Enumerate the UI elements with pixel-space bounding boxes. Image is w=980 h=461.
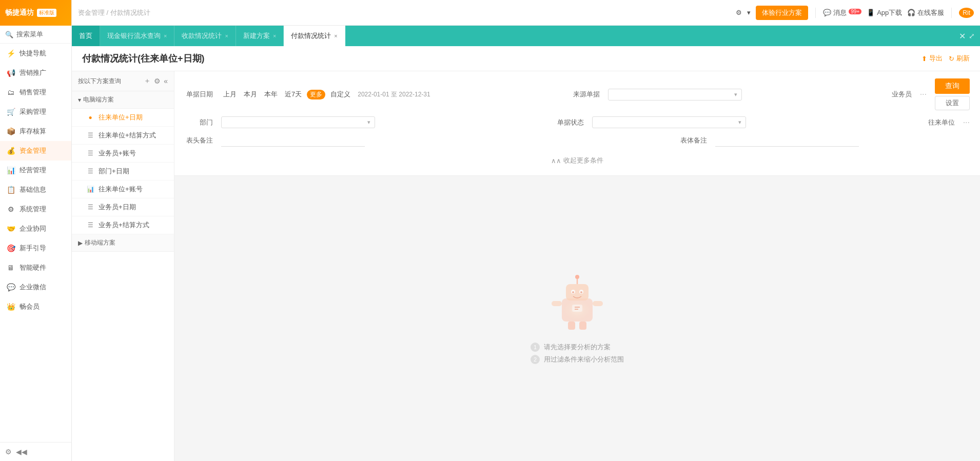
sidebar-header: 畅捷通坊 标准版 (0, 0, 71, 26)
tab-payment[interactable]: 付款情况统计 × (284, 26, 345, 46)
export-button[interactable]: ⬆ 导出 (922, 54, 943, 63)
svg-point-4 (572, 291, 574, 293)
sidebar-item-purchase[interactable]: 🛒 采购管理 (0, 102, 71, 122)
page-title: 付款情况统计(往来单位+日期) (82, 52, 205, 65)
scheme-staff-settle[interactable]: ☰ 业务员+结算方式 (72, 216, 174, 234)
mobile-group-toggle[interactable]: ▶ 移动端方案 (72, 234, 174, 252)
collapse-filter-button[interactable]: ∧∧ 收起更多条件 (185, 153, 970, 168)
notification-badge: 99+ (849, 9, 861, 14)
hint-number-2: 2 (531, 355, 540, 364)
query-button[interactable]: 查询 (935, 78, 970, 94)
svg-point-5 (580, 291, 582, 293)
dropdown-button[interactable]: ▾ (747, 9, 751, 16)
tab-new-scheme[interactable]: 新建方案 × (236, 26, 284, 46)
custom-date-btn[interactable]: 自定义 (328, 89, 352, 100)
settings-button-filter[interactable]: 设置 (935, 96, 970, 110)
refresh-button[interactable]: ↻ 刷新 (949, 54, 970, 63)
app-download-button[interactable]: 📱 App下载 (867, 8, 902, 17)
last-7days-btn[interactable]: 近7天 (283, 89, 304, 100)
sidebar-collapse-button[interactable]: ◀◀ (16, 448, 27, 456)
doc-status-arrow-icon: ▾ (738, 119, 741, 126)
scheme-icon: ☰ (86, 221, 94, 229)
scheme-label: 往来单位+结算方式 (99, 131, 156, 140)
left-panel: 按以下方案查询 ＋ ⚙ « ▾ 电脑端方案 ● 往来单位+日期 ☰ (72, 71, 174, 461)
notification-icon: 💬 (823, 9, 831, 16)
add-scheme-button[interactable]: ＋ (144, 76, 151, 86)
search-icon: 🔍 (5, 31, 13, 38)
sidebar-item-sales[interactable]: 🗂 销售管理 (0, 83, 71, 102)
sidebar-settings-button[interactable]: ⚙ (5, 448, 12, 456)
sidebar-item-guide[interactable]: 🎯 新手引导 (0, 238, 71, 258)
sidebar-item-operations[interactable]: 📊 经营管理 (0, 161, 71, 180)
header-note-input[interactable] (221, 134, 365, 147)
svg-rect-8 (552, 301, 562, 306)
sidebar-item-inventory[interactable]: 📦 库存核算 (0, 122, 71, 141)
partner-filter-dots[interactable]: ··· (963, 118, 970, 127)
sidebar-item-system[interactable]: ⚙ 系统管理 (0, 199, 71, 219)
filter-row-1: 单据日期 上月 本月 本年 近7天 更多 自定义 2022-01-01 至 20… (185, 78, 970, 110)
scheme-dept-date[interactable]: ☰ 部门+日期 (72, 163, 174, 181)
sales-icon: 🗂 (6, 88, 15, 97)
scheme-label: 往来单位+账号 (99, 185, 143, 194)
sidebar-item-label: 新手引导 (19, 244, 46, 253)
svg-rect-12 (572, 305, 582, 312)
settings-button[interactable]: ⚙ (736, 9, 742, 16)
tab-collection[interactable]: 收款情况统计 × (174, 26, 236, 46)
sidebar-item-weixin[interactable]: 💬 企业微信 (0, 277, 71, 297)
bank-tab-close[interactable]: × (164, 33, 167, 39)
dept-select[interactable]: ▾ (221, 116, 375, 128)
home-tab-label: 首页 (79, 31, 92, 41)
payment-tab-close[interactable]: × (334, 33, 337, 39)
this-month-btn[interactable]: 本月 (242, 89, 259, 100)
quick-nav-icon: ⚡ (6, 49, 15, 58)
staff-filter-dots[interactable]: ··· (920, 90, 927, 99)
scheme-icon: ☰ (86, 203, 94, 211)
sidebar-item-label: 智能硬件 (19, 263, 46, 272)
more-date-btn[interactable]: 更多 (307, 90, 325, 99)
member-icon: 👑 (6, 302, 15, 311)
sidebar-item-enterprise[interactable]: 🤝 企业协同 (0, 219, 71, 238)
trial-button[interactable]: 体验行业方案 (756, 6, 808, 20)
sidebar-item-finance[interactable]: 💰 资金管理 (0, 141, 71, 161)
sidebar-footer: ⚙ ◀◀ (0, 442, 71, 461)
collection-tab-close[interactable]: × (225, 33, 228, 39)
scheme-unit-settle[interactable]: ☰ 往来单位+结算方式 (72, 127, 174, 145)
user-avatar-button[interactable]: Rit (959, 8, 974, 18)
scheme-unit-date[interactable]: ● 往来单位+日期 (72, 109, 174, 127)
doc-status-select[interactable]: ▾ (592, 116, 746, 128)
notification-button[interactable]: 💬 消息 99+ (823, 8, 861, 17)
sidebar-item-member[interactable]: 👑 畅会员 (0, 297, 71, 316)
this-year-btn[interactable]: 本年 (262, 89, 280, 100)
maximize-button[interactable]: ⤢ (969, 32, 975, 40)
service-icon: 🎧 (907, 9, 915, 16)
tab-controls: ✕ ⤢ (954, 26, 980, 46)
source-select[interactable]: ▾ (608, 89, 742, 101)
scheme-staff-date[interactable]: ☰ 业务员+日期 (72, 198, 174, 216)
sidebar-item-basic[interactable]: 📋 基础信息 (0, 180, 71, 199)
avatar: Rit (959, 8, 974, 18)
search-menu[interactable]: 🔍 搜索菜单 (0, 26, 71, 44)
new-scheme-tab-close[interactable]: × (273, 33, 276, 39)
sidebar-item-hardware[interactable]: 🖥 智能硬件 (0, 258, 71, 277)
sidebar-item-label: 快捷导航 (19, 49, 46, 58)
last-month-btn[interactable]: 上月 (221, 89, 239, 100)
scheme-staff-account[interactable]: ☰ 业务员+账号 (72, 145, 174, 163)
desktop-group-toggle[interactable]: ▾ 电脑端方案 (72, 91, 174, 109)
scheme-unit-account[interactable]: 📊 往来单位+账号 (72, 181, 174, 198)
tab-home[interactable]: 首页 (72, 26, 100, 46)
body-note-input[interactable] (715, 134, 859, 147)
scheme-settings-button[interactable]: ⚙ (154, 76, 161, 86)
sidebar-item-marketing[interactable]: 📢 营销推广 (0, 63, 71, 83)
refresh-label: 刷新 (956, 54, 970, 63)
tab-bank[interactable]: 现金银行流水查询 × (100, 26, 174, 46)
scheme-label: 业务员+账号 (99, 149, 136, 158)
online-service-label: 在线客服 (917, 8, 944, 17)
chevron-right-icon: ▶ (78, 239, 83, 247)
sidebar-item-label: 库存核算 (19, 127, 46, 136)
gear-icon: ⚙ (736, 9, 742, 16)
sidebar-item-quick-nav[interactable]: ⚡ 快捷导航 (0, 44, 71, 63)
sidebar-item-label: 企业协同 (19, 224, 46, 233)
collapse-panel-button[interactable]: « (164, 76, 168, 86)
online-service-button[interactable]: 🎧 在线客服 (907, 8, 944, 17)
close-all-tabs-button[interactable]: ✕ (959, 31, 966, 41)
